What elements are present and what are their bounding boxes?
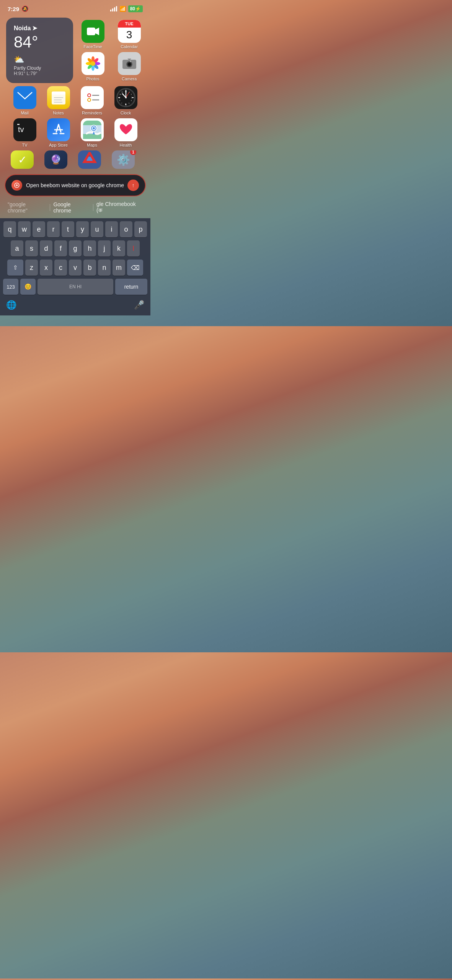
key-j[interactable]: j (98, 240, 111, 256)
app-clock[interactable]: 12 3 6 9 1 2 4 5 11 10 8 7 (112, 86, 140, 115)
key-p[interactable]: p (134, 221, 147, 237)
facetime-label: FaceTime (83, 44, 102, 49)
key-n[interactable]: n (98, 260, 111, 276)
key-k[interactable]: k (113, 240, 125, 256)
send-button[interactable]: ↑ (127, 180, 139, 191)
key-f[interactable]: f (54, 240, 67, 256)
key-z[interactable]: z (25, 260, 38, 276)
emoji-key[interactable]: 😊 (20, 279, 36, 295)
svg-text:6: 6 (125, 103, 126, 105)
key-b[interactable]: b (83, 260, 96, 276)
space-key[interactable]: EN HI (38, 279, 113, 295)
svg-text:11: 11 (121, 91, 123, 93)
autocomplete-item-2[interactable]: gle Chromebook (क (93, 199, 146, 215)
app-mail[interactable]: Mail (11, 86, 39, 115)
key-d[interactable]: d (40, 240, 52, 256)
app-photos[interactable]: Photos (79, 52, 107, 81)
app-maps[interactable]: Maps (78, 118, 106, 147)
key-u[interactable]: u (91, 221, 103, 237)
key-l[interactable]: l (127, 240, 140, 256)
app-tv[interactable]: tv TV (11, 118, 39, 147)
key-x[interactable]: x (40, 260, 52, 276)
globe-key[interactable]: 🌐 (6, 300, 16, 310)
settings-badge: 1 (130, 150, 136, 155)
return-key[interactable]: return (115, 279, 147, 295)
keyboard: q w e r t y u i o p a s d f g h j k l ⇧ … (0, 218, 150, 315)
weather-temp: 84° (14, 33, 65, 51)
maps-icon (81, 118, 104, 141)
numbers-key[interactable]: 123 (3, 279, 18, 295)
app-reminders[interactable]: Reminders (78, 86, 106, 115)
time: 7:29 (8, 6, 19, 12)
mail-label: Mail (21, 111, 28, 115)
key-w[interactable]: w (18, 221, 31, 237)
key-v[interactable]: v (69, 260, 82, 276)
svg-text:3: 3 (131, 96, 132, 99)
autocomplete-item-0[interactable]: "google chrome" (5, 200, 50, 215)
app-settings[interactable]: ⚙️ 1 (109, 150, 137, 170)
app-camera[interactable]: Camera (116, 52, 143, 81)
key-a[interactable]: a (11, 240, 23, 256)
maps-label: Maps (87, 143, 97, 147)
autocomplete-item-1[interactable]: Google chrome (50, 200, 93, 215)
app-notes[interactable]: Notes (45, 86, 72, 115)
keyboard-row-3: ⇧ z x c v b n m ⌫ (2, 260, 149, 276)
svg-text:9: 9 (119, 96, 120, 99)
tv-icon: tv (13, 118, 36, 141)
svg-rect-0 (87, 28, 95, 35)
keyboard-row-4: 123 😊 EN HI return (2, 279, 149, 295)
app-appstore[interactable]: App Store (45, 118, 72, 147)
app-siri[interactable]: 🔮 (42, 150, 70, 170)
siri-shortcut-icon (11, 180, 22, 191)
app-calendar[interactable]: TUE 3 Calendar (116, 20, 143, 49)
calendar-label: Calendar (121, 44, 138, 49)
shift-key[interactable]: ⇧ (7, 260, 23, 276)
key-e[interactable]: e (33, 221, 45, 237)
mic-key[interactable]: 🎤 (134, 300, 144, 310)
mute-icon: 🔕 (21, 5, 29, 12)
key-i[interactable]: i (105, 221, 118, 237)
camera-label: Camera (122, 77, 137, 81)
svg-marker-1 (95, 28, 99, 35)
battery: 80⚡ (128, 5, 143, 12)
app-yoink[interactable]: ✓ (8, 150, 36, 170)
key-y[interactable]: y (76, 221, 89, 237)
siri-icon: 🔮 (44, 150, 67, 169)
weather-widget[interactable]: Noida ➤ 84° ⛅ Partly Cloudy H:91° L:79° (6, 18, 73, 83)
location-icon: ➤ (32, 24, 37, 32)
health-icon (114, 118, 137, 141)
key-m[interactable]: m (113, 260, 125, 276)
app-chrome[interactable] (76, 150, 103, 170)
chrome-icon (78, 150, 101, 169)
key-t[interactable]: t (62, 221, 74, 237)
key-r[interactable]: r (47, 221, 60, 237)
key-g[interactable]: g (69, 240, 82, 256)
command-left: Open beebom website on google chrome (11, 180, 124, 191)
signal-bars (110, 6, 117, 11)
photos-icon (82, 52, 104, 75)
command-text: Open beebom website on google chrome (26, 182, 124, 188)
svg-point-49 (125, 97, 127, 98)
key-s[interactable]: s (25, 240, 38, 256)
bottom-bar: 🌐 🎤 (2, 298, 149, 314)
command-bar[interactable]: Open beebom website on google chrome ↑ (5, 174, 146, 196)
app-health[interactable]: Health (112, 118, 140, 147)
autocomplete-bar: "google chrome" Google chrome gle Chrome… (0, 196, 150, 218)
appstore-label: App Store (49, 143, 68, 147)
svg-text:tv: tv (18, 125, 24, 134)
reminders-icon (81, 86, 104, 109)
key-h[interactable]: h (83, 240, 96, 256)
key-o[interactable]: o (120, 221, 132, 237)
weather-description: Partly Cloudy (14, 65, 65, 71)
health-label: Health (120, 143, 132, 147)
facetime-icon (82, 20, 104, 43)
app-facetime[interactable]: FaceTime (79, 20, 107, 49)
weather-high-low: H:91° L:79° (14, 71, 65, 76)
weather-condition-icon: ⛅ (14, 55, 65, 65)
photos-label: Photos (86, 77, 99, 81)
delete-key[interactable]: ⌫ (127, 260, 143, 276)
svg-point-11 (91, 61, 95, 66)
clock-label: Clock (121, 111, 131, 115)
key-q[interactable]: q (3, 221, 16, 237)
key-c[interactable]: c (54, 260, 67, 276)
